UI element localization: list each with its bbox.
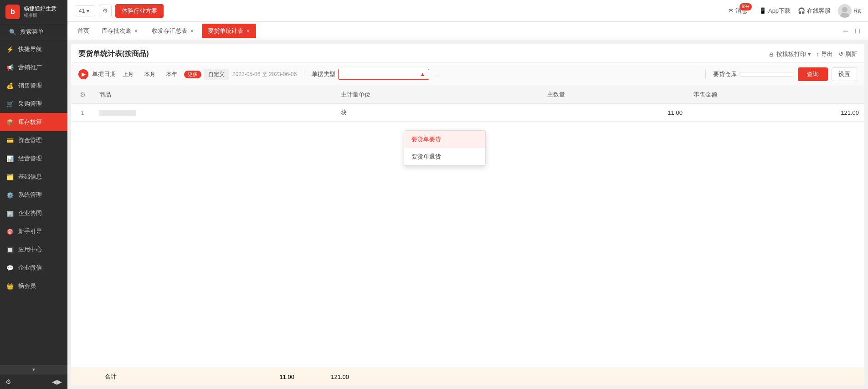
table-container: ⚙ 商品 主计量单位 主数量 零售金额 1 块 11.00 121.00 <box>71 86 864 368</box>
row-product <box>94 104 335 122</box>
sidebar-item-app-center[interactable]: 🔲 应用中心 <box>0 241 67 259</box>
dropdown-item-order-goods[interactable]: 要货单要货 <box>404 131 485 148</box>
sidebar-item-inventory[interactable]: 📦 库存核算 <box>0 113 67 131</box>
top-bar-left: 41 ▾ ⚙ 体验行业方案 <box>75 4 729 18</box>
date-custom-btn[interactable]: 自定义 <box>204 69 229 80</box>
filter-bar: ▶ 单据日期 上月 本月 本年 更多 自定义 2023-05-06 至 2023… <box>71 63 864 86</box>
refresh-btn[interactable]: ↺ 刷新 <box>838 50 857 58</box>
filter-expand-btn[interactable]: ▶ <box>78 69 88 79</box>
marketing-icon: 📢 <box>5 63 15 72</box>
warehouse-select[interactable] <box>740 72 794 77</box>
sidebar-item-operations[interactable]: 📊 经营管理 <box>0 149 67 168</box>
type-select-box[interactable]: ▲ <box>338 69 429 80</box>
col-settings[interactable]: ⚙ <box>71 86 94 104</box>
sidebar-item-sales[interactable]: 💰 销售管理 <box>0 77 67 95</box>
svg-point-0 <box>842 7 847 12</box>
sidebar-item-quick-nav[interactable]: ⚡ 快捷导航 <box>0 40 67 58</box>
tab-close-batch-inventory[interactable]: ✕ <box>134 28 138 34</box>
sidebar-search[interactable]: 🔍 搜索菜单 <box>0 24 67 40</box>
sidebar-item-enterprise[interactable]: 🏢 企业协同 <box>0 204 67 222</box>
type-label: 单据类型 <box>312 70 335 78</box>
footer-total-label: 合计 <box>99 373 245 381</box>
sidebar-item-basic[interactable]: 🗂️ 基础信息 <box>0 168 67 186</box>
online-service-btn[interactable]: 🎧 在线客服 <box>798 7 831 15</box>
system-icon: ⚙️ <box>5 190 15 200</box>
basic-icon: 🗂️ <box>5 172 15 181</box>
sidebar-item-finance[interactable]: 💳 资金管理 <box>0 131 67 149</box>
tab-close-order-summary[interactable]: ✕ <box>246 28 250 34</box>
topbar-gear-btn[interactable]: ⚙ <box>99 5 112 17</box>
page-header: 要货单统计表(按商品) 🖨 按模板打印 ▾ ↑ 导出 ↺ 刷新 <box>71 44 864 63</box>
sidebar-nav: ⚡ 快捷导航 📢 营销推广 💰 销售管理 🛒 采购管理 📦 库存核算 💳 资金管… <box>0 40 67 365</box>
date-this-month-btn[interactable]: 本月 <box>140 69 159 80</box>
filter-divider-2 <box>705 70 706 79</box>
message-btn[interactable]: ✉ 消息 99+ <box>729 7 747 15</box>
sidebar-item-member[interactable]: 👑 畅会员 <box>0 277 67 295</box>
tab-order-summary[interactable]: 要货单统计表 ✕ <box>202 24 256 38</box>
main-content: 41 ▾ ⚙ 体验行业方案 ✉ 消息 99+ 📱 App下载 🎧 在线客服 <box>67 0 868 389</box>
sidebar-item-purchase[interactable]: 🛒 采购管理 <box>0 95 67 113</box>
column-settings-icon: ⚙ <box>80 91 86 98</box>
sidebar-item-wechat[interactable]: 💬 企业微信 <box>0 259 67 277</box>
try-industry-btn[interactable]: 体验行业方案 <box>115 4 164 18</box>
settings-bottom-btn[interactable]: ⚙ <box>5 378 11 385</box>
footer-amount: 121.00 <box>300 374 354 380</box>
export-btn[interactable]: ↑ 导出 <box>817 50 833 58</box>
date-this-year-btn[interactable]: 本年 <box>162 69 181 80</box>
col-unit: 主计量单位 <box>335 86 542 104</box>
app-download-btn[interactable]: 📱 App下载 <box>759 7 791 15</box>
top-bar-right: ✉ 消息 99+ 📱 App下载 🎧 在线客服 Rit <box>729 4 861 18</box>
tab-home[interactable]: 首页 <box>73 24 94 38</box>
date-more-tag[interactable]: 更多 <box>184 71 201 78</box>
export-icon: ↑ <box>817 51 820 57</box>
quick-nav-icon: ⚡ <box>5 45 15 54</box>
logo-text: 畅捷通好生意 标准版 <box>24 5 56 19</box>
message-badge: 99+ <box>740 3 752 10</box>
chevron-down-icon: ▾ <box>87 8 89 14</box>
top-bar: 41 ▾ ⚙ 体验行业方案 ✉ 消息 99+ 📱 App下载 🎧 在线客服 <box>67 0 868 22</box>
user-avatar-area[interactable]: Rit <box>838 4 861 18</box>
logo-icon: b <box>5 5 20 19</box>
purchase-icon: 🛒 <box>5 99 15 108</box>
sidebar-item-marketing[interactable]: 📢 营销推广 <box>0 58 67 77</box>
col-amount: 零售金额 <box>688 86 864 104</box>
tab-collection-summary[interactable]: 收发存汇总表 ✕ <box>146 24 200 38</box>
tab-maximize-btn[interactable]: □ <box>853 26 863 36</box>
sidebar: b 畅捷通好生意 标准版 🔍 搜索菜单 ⚡ 快捷导航 📢 营销推广 💰 销售管理… <box>0 0 67 389</box>
app-center-icon: 🔲 <box>5 245 15 254</box>
sidebar-item-system[interactable]: ⚙️ 系统管理 <box>0 186 67 204</box>
table-header: ⚙ 商品 主计量单位 主数量 零售金额 <box>71 86 864 104</box>
settings-btn[interactable]: 设置 <box>832 67 857 81</box>
sidebar-item-guide[interactable]: 🎯 新手引导 <box>0 222 67 241</box>
sidebar-scroll-down[interactable]: ▼ <box>0 365 67 374</box>
warehouse-filter-group: 要货仓库 <box>713 70 794 78</box>
filter-divider-1 <box>304 70 304 79</box>
date-last-month-btn[interactable]: 上月 <box>118 69 138 80</box>
chevron-up-icon: ▲ <box>420 71 426 77</box>
filter-more-btn[interactable]: ··· <box>432 69 441 80</box>
tab-close-collection-summary[interactable]: ✕ <box>190 28 194 34</box>
tab-minimize-btn[interactable]: ─ <box>840 26 851 36</box>
query-btn[interactable]: 查询 <box>798 67 828 81</box>
col-quantity: 主数量 <box>542 86 688 104</box>
collapse-sidebar-btn[interactable]: ◀▶ <box>52 378 62 385</box>
company-selector[interactable]: 41 ▾ <box>75 5 95 16</box>
finance-icon: 💳 <box>5 136 15 145</box>
page-area: 要货单统计表(按商品) 🖨 按模板打印 ▾ ↑ 导出 ↺ 刷新 ▶ <box>71 44 864 385</box>
row-unit: 块 <box>335 104 542 122</box>
print-template-btn[interactable]: 🖨 按模板打印 ▾ <box>769 50 811 58</box>
row-index: 1 <box>71 104 94 122</box>
type-filter-group: 单据类型 ▲ ··· <box>312 69 698 80</box>
table-body: 1 块 11.00 121.00 <box>71 104 864 122</box>
tab-batch-inventory[interactable]: 库存批次账 ✕ <box>96 24 144 38</box>
date-range-display: 2023-05-06 至 2023-06-06 <box>232 71 297 78</box>
member-icon: 👑 <box>5 282 15 291</box>
svg-point-1 <box>840 13 849 18</box>
type-dropdown: 要货单要货 要货单退货 <box>404 130 486 166</box>
date-label: 单据日期 <box>92 70 116 78</box>
operations-icon: 📊 <box>5 154 15 163</box>
date-filter-group: 单据日期 上月 本月 本年 更多 自定义 <box>92 69 229 80</box>
dropdown-item-order-return[interactable]: 要货单退货 <box>404 148 485 165</box>
message-icon: ✉ <box>729 7 734 14</box>
tab-bar: 首页 库存批次账 ✕ 收发存汇总表 ✕ 要货单统计表 ✕ ─ □ <box>67 22 868 40</box>
